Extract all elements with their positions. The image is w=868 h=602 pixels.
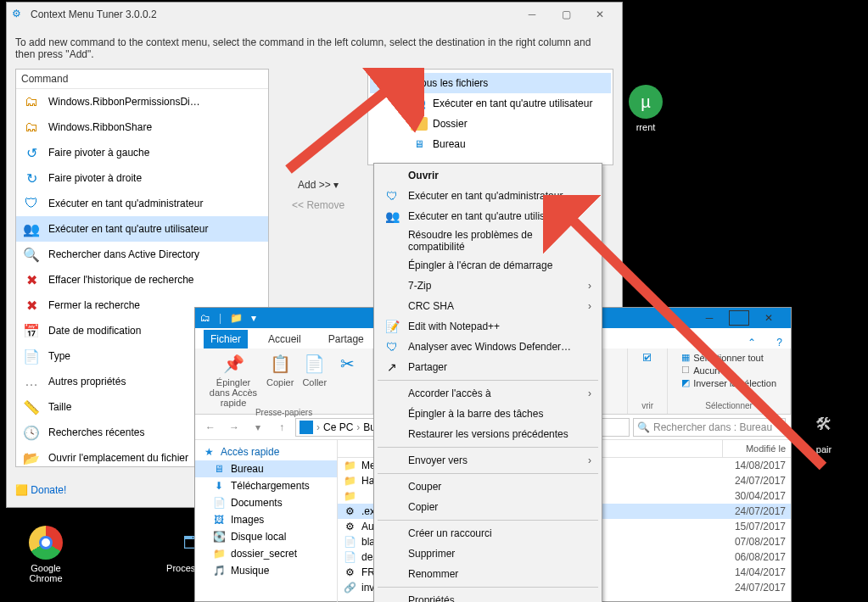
file-date: 24/07/2017 — [718, 505, 786, 517]
minimize-button[interactable]: ─ — [515, 4, 549, 25]
group-clip-label: Presse-papiers — [255, 408, 312, 417]
cmd-item[interactable]: ✖Effacer l'historique de recherche — [16, 267, 268, 293]
copy-button[interactable]: 📋Copier — [266, 352, 294, 387]
utorrent-desktop-icon[interactable]: µ rrent — [615, 85, 676, 132]
ctx-copy[interactable]: Copier — [376, 497, 600, 517]
qat-dropdown[interactable]: ▾ — [251, 312, 256, 324]
file-icon: 📄 — [343, 550, 356, 564]
file-date: 07/08/2017 — [718, 536, 786, 548]
cmd-item[interactable]: 🗂Windows.RibbonShare — [16, 114, 268, 140]
nav-bureau[interactable]: 🖥Bureau — [195, 460, 337, 477]
notepad-icon: 📝 — [384, 319, 400, 334]
ctx-shortcut[interactable]: Créer un raccourci — [376, 523, 600, 543]
file-date: 14/04/2017 — [718, 566, 786, 578]
close-button[interactable]: ✕ — [583, 4, 617, 25]
command-header[interactable]: Command — [16, 70, 268, 89]
people-icon: 👥 — [384, 209, 400, 224]
nav-up-button[interactable]: ↑ — [272, 417, 292, 438]
nav-music[interactable]: 🎵Musique — [195, 562, 337, 579]
remove-button[interactable]: << Remove — [292, 199, 344, 211]
cmd-item-selected[interactable]: 👥Exécuter en tant qu'autre utilisateur — [16, 216, 268, 242]
annotation-arrow-top — [272, 68, 424, 178]
qat-sep: | — [219, 312, 221, 324]
file-icon: 🔗 — [343, 581, 356, 594]
file-icon: ⚙ — [343, 520, 356, 533]
defender-icon: 🛡 — [384, 339, 400, 354]
cmt-titlebar[interactable]: ⚙ Context Menu Tuner 3.0.0.2 ─ ▢ ✕ — [7, 3, 622, 26]
file-date: 24/07/2017 — [718, 582, 786, 594]
svg-line-0 — [288, 81, 399, 170]
donate-link[interactable]: 🟨 Donate! — [15, 484, 66, 496]
nav-documents[interactable]: 📄Documents — [195, 494, 337, 511]
ctx-delete[interactable]: Supprimer — [376, 543, 600, 564]
cmt-app-icon: ⚙ — [12, 8, 25, 21]
menu-separator — [378, 587, 598, 588]
file-icon: ⚙ — [343, 566, 356, 579]
nav-downloads[interactable]: ⬇Téléchargements — [195, 477, 337, 494]
file-date: 30/04/2017 — [718, 490, 786, 502]
chrome-desktop-icon[interactable]: Google Chrome — [15, 526, 76, 583]
maximize-button[interactable]: ▢ — [549, 4, 583, 25]
nav-back-button[interactable]: ← — [200, 417, 221, 438]
file-icon: 📁 — [343, 474, 356, 488]
tab-fichier[interactable]: Fichier — [204, 330, 248, 348]
file-icon: 📄 — [343, 535, 356, 549]
cmt-title: Context Menu Tuner 3.0.0.2 — [31, 8, 157, 20]
tree-root-label: Tous les fichiers — [416, 77, 488, 89]
ribbon-group-clipboard: 📌Épingler dans Accès rapide 📋Copier 📄Col… — [195, 348, 373, 414]
breadcrumb-root-icon — [300, 421, 313, 434]
file-icon: 📁 — [343, 459, 356, 472]
cmd-item[interactable]: ↺Faire pivoter à gauche — [16, 140, 268, 165]
nav-images[interactable]: 🖼Images — [195, 511, 337, 528]
file-icon: ⚙ — [343, 504, 356, 518]
nav-history-button[interactable]: ▾ — [248, 417, 268, 438]
pin-quick-access-button[interactable]: 📌Épingler dans Accès rapide — [209, 352, 258, 408]
svg-line-1 — [560, 208, 823, 466]
annotation-arrow-bottom — [543, 195, 840, 483]
utorrent-label: rrent — [636, 122, 656, 132]
file-icon: 📁 — [343, 489, 356, 503]
nav-disk[interactable]: 💽Disque local — [195, 528, 337, 545]
cmd-item[interactable]: 🗂Windows.RibbonPermissionsDi… — [16, 89, 268, 114]
cmt-instruction: To add new command to the context menu, … — [15, 36, 613, 60]
tab-partage[interactable]: Partage — [322, 330, 371, 348]
chrome-label: Google Chrome — [29, 563, 62, 583]
nav-quick-access[interactable]: ★Accès rapide — [195, 443, 337, 460]
nav-pane[interactable]: ★Accès rapide 🖥Bureau ⬇Téléchargements 📄… — [195, 440, 338, 602]
nav-forward-button[interactable]: → — [224, 417, 244, 438]
file-date: 15/07/2017 — [718, 521, 786, 532]
explorer-app-icon: 🗂 — [200, 312, 210, 324]
folder-icon: 📁 — [230, 312, 243, 324]
crumb-cepc[interactable]: Ce PC — [323, 421, 353, 433]
paste-button[interactable]: 📄Coller — [302, 352, 327, 387]
cut-button[interactable]: ✂ — [335, 352, 359, 376]
cmd-item[interactable]: 🛡Exécuter en tant qu'administrateur — [16, 191, 268, 216]
share-icon: ↗ — [384, 360, 400, 375]
tab-accueil[interactable]: Accueil — [261, 330, 308, 348]
file-date: 06/08/2017 — [718, 551, 786, 563]
menu-separator — [378, 520, 598, 521]
shield-icon: 🛡 — [384, 188, 400, 203]
cmd-item[interactable]: 🔍Rechercher dans Active Directory — [16, 242, 268, 267]
cmd-item[interactable]: ↻Faire pivoter à droite — [16, 165, 268, 191]
add-button[interactable]: Add >> ▾ — [298, 179, 339, 191]
ctx-properties[interactable]: Propriétés — [376, 590, 600, 602]
nav-secret[interactable]: 📁dossier_secret — [195, 545, 337, 562]
ctx-rename[interactable]: Renommer — [376, 564, 600, 584]
